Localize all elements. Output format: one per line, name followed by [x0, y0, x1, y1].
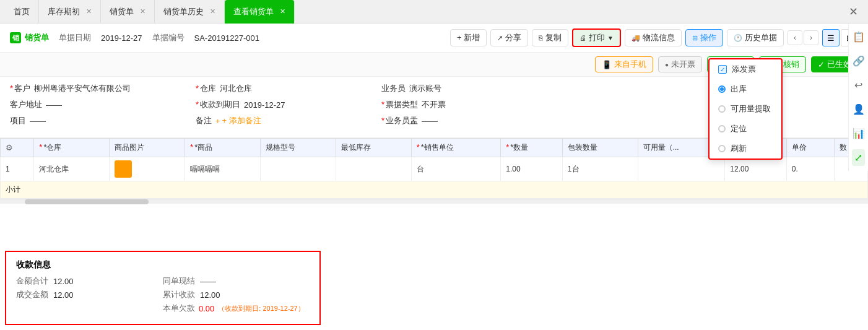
sidebar-icon-link[interactable]: 🔗	[850, 53, 867, 69]
project-value: ——	[30, 116, 104, 126]
right-sidebar: 📋 🔗 ↩ 👤 📊 ⤢	[848, 24, 868, 171]
payment-title: 收款信息	[16, 259, 310, 271]
project-label: 项目	[10, 115, 26, 126]
tab-close-inventory[interactable]: ✕	[86, 7, 92, 15]
dropdown-item-locate[interactable]: 定位	[710, 119, 781, 139]
col-spec: 规格型号	[260, 139, 336, 157]
row-qty: 1.00	[501, 157, 563, 181]
tab-inventory-init[interactable]: 库存期初 ✕	[39, 0, 101, 24]
owed-note: （收款到期日: 2019-12-27）	[218, 304, 304, 313]
prev-button[interactable]: ‹	[788, 30, 802, 45]
sidebar-icon-user[interactable]: 👤	[850, 101, 867, 118]
payment-date-label: 收款到期日	[196, 99, 240, 110]
scrollbar-thumb[interactable]	[25, 199, 149, 204]
tab-close-check[interactable]: ✕	[280, 7, 285, 15]
sidebar-icon-return[interactable]: ↩	[852, 77, 865, 93]
ticket-type-field: 票据类型 不开票	[381, 99, 542, 110]
row-available	[638, 157, 725, 181]
doc-icon-text: 销	[12, 33, 19, 43]
checkbox-invoice[interactable]: ✓	[718, 65, 727, 74]
dropdown-item-invoice[interactable]: ✓ 添发票	[710, 59, 781, 79]
transaction-row: 成交金额 12.00	[16, 289, 163, 300]
copy-button[interactable]: ⎘ 复制	[532, 29, 568, 46]
tab-sales-order[interactable]: 销货单 ✕	[101, 0, 155, 24]
row-spec	[260, 157, 336, 181]
staff-field: 业务员 演示账号	[381, 83, 542, 94]
ticket-type-value: 不开票	[422, 99, 496, 110]
col-pkg-qty: 包装数量	[562, 139, 638, 157]
staff2-value: ——	[422, 116, 496, 126]
payment-section: 收款信息 金额合计 12.00 同单现结 —— 成交金额 12.00 累计收款 …	[5, 251, 321, 325]
row-warehouse: 河北仓库	[34, 157, 110, 181]
col-product-img: 商品图片	[110, 139, 185, 157]
sidebar-icon-chart[interactable]: 📊	[850, 125, 867, 142]
owed-row: 本单欠款 0.00 （收款到期日: 2019-12-27）	[163, 303, 310, 314]
gear-icon[interactable]: ⚙	[6, 143, 13, 152]
dropdown-item-available[interactable]: 可用量提取	[710, 99, 781, 119]
tab-sales-history[interactable]: 销货单历史 ✕	[155, 0, 225, 24]
customer-label: 客户	[10, 83, 30, 94]
operations-dropdown: ✓ 添发票 出库 可用量提取 定位 刷新	[708, 58, 783, 160]
cumulative-row: 累计收款 12.00	[163, 289, 310, 300]
row-pkg-qty: 1台	[562, 157, 638, 181]
same-order-value: ——	[200, 277, 216, 286]
list-view-button[interactable]: ☰	[822, 29, 840, 46]
operation-icon: ⊞	[692, 34, 698, 42]
dropdown-item-warehouse[interactable]: 出库	[710, 79, 781, 99]
number-label: 单据编号	[152, 32, 184, 43]
add-note-button[interactable]: + + 添加备注	[215, 115, 261, 126]
amount-value: 12.00	[53, 277, 74, 286]
print-dropdown-icon: ▼	[607, 35, 614, 41]
new-button[interactable]: + 新增	[450, 29, 487, 46]
from-phone-button[interactable]: 📱 来自手机	[595, 56, 653, 72]
table-scrollbar[interactable]	[0, 199, 868, 204]
row-index: 1	[1, 157, 34, 181]
tab-close-sales[interactable]: ✕	[140, 7, 145, 15]
row-current: 12.00	[725, 157, 786, 181]
share-icon: ↗	[497, 34, 503, 42]
not-open-button[interactable]: ● 未开票	[658, 56, 702, 72]
subtotal-label: 小计	[1, 181, 868, 199]
warehouse-label: 仓库	[196, 83, 216, 94]
radio-locate[interactable]	[718, 125, 726, 132]
amount-row: 金额合计 12.00	[16, 276, 163, 287]
plus-icon: +	[215, 116, 220, 126]
amount-label: 金额合计	[16, 276, 48, 287]
transaction-value: 12.00	[53, 290, 74, 300]
radio-refresh[interactable]	[718, 145, 726, 152]
row-min-stock	[336, 157, 411, 181]
print-button[interactable]: 🖨 打印 ▼	[572, 28, 621, 47]
col-min-stock: 最低库存	[336, 139, 411, 157]
row-product-img	[110, 157, 185, 181]
tab-check-sales[interactable]: 查看销货单 ✕	[225, 0, 295, 24]
checkmark-icon: ✓	[720, 66, 725, 73]
doc-title-text: 销货单	[25, 32, 49, 43]
tab-close-history[interactable]: ✕	[210, 7, 215, 15]
warehouse-value: 河北仓库	[220, 83, 294, 94]
sidebar-icon-expand[interactable]: ⤢	[852, 149, 865, 166]
date-value: 2019-12-27	[101, 33, 142, 43]
col-product: *商品	[185, 139, 261, 157]
radio-available[interactable]	[718, 105, 726, 113]
row-product-name: 嗝嗝嗝嗝	[185, 157, 261, 181]
warehouse-field: 仓库 河北仓库	[196, 83, 357, 94]
tab-bar-right: ✕	[844, 5, 863, 19]
same-order-label: 同单现结	[163, 276, 195, 287]
next-button[interactable]: ›	[804, 30, 818, 45]
tab-home[interactable]: 首页	[5, 0, 39, 24]
project-field: 项目 ——	[10, 115, 171, 126]
radio-warehouse[interactable]	[718, 85, 726, 93]
history-button[interactable]: 🕐 历史单据	[727, 29, 784, 46]
address-field: 客户地址 ——	[10, 99, 171, 110]
note-field: 备注 + + 添加备注	[196, 115, 357, 126]
payment-date-field: 收款到期日 2019-12-27	[196, 99, 357, 110]
operation-button[interactable]: ⊞ 操作	[685, 29, 723, 46]
dropdown-item-refresh[interactable]: 刷新	[710, 139, 781, 158]
effective-icon: ✓	[818, 60, 825, 69]
sidebar-icon-document[interactable]: 📋	[850, 28, 867, 45]
print-icon: 🖨	[579, 34, 586, 41]
share-button[interactable]: ↗ 分享	[490, 29, 528, 46]
window-close-button[interactable]: ✕	[844, 5, 863, 19]
note-label: 备注	[196, 115, 212, 126]
logistics-button[interactable]: 🚚 物流信息	[625, 29, 682, 46]
